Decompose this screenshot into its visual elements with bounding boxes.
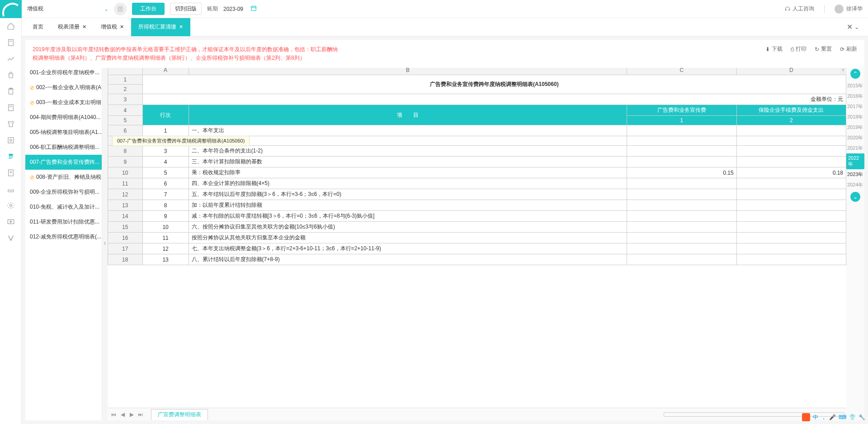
table-cell[interactable]: 八、累计结转以后年度扣除额(7+8-9): [189, 254, 627, 265]
ime-tool-icon[interactable]: 🔧: [859, 414, 865, 420]
nav-gear-icon[interactable]: [0, 197, 22, 214]
print-button[interactable]: ⎙打印: [791, 45, 807, 53]
sheet-nav-last[interactable]: ⏭: [137, 411, 145, 418]
table-cell[interactable]: 七、本年支出纳税调整金额(3＞6，本行=2+3-6+10-11；3≤6，本行=2…: [189, 243, 627, 254]
report-item-1[interactable]: ⊘002-一般企业收入明细表(A...: [25, 80, 102, 95]
tab-2[interactable]: 增值税✕: [94, 18, 131, 36]
year-item[interactable]: 2020年: [846, 133, 864, 143]
nav-chart-icon[interactable]: [0, 51, 22, 67]
user-menu[interactable]: 徐泽华: [835, 5, 863, 14]
table-cell[interactable]: 二、本年符合条件的支出(1-2): [189, 146, 627, 157]
table-cell[interactable]: [627, 125, 736, 136]
table-cell[interactable]: [627, 157, 736, 167]
report-item-8[interactable]: 009-企业所得税弥补亏损明...: [25, 185, 102, 200]
table-cell[interactable]: 五、本年结转以后年度扣除额(3＞6，本行=3-6；3≤6，本行=0): [189, 189, 627, 200]
table-cell[interactable]: [627, 222, 736, 233]
close-all-tabs[interactable]: ✕ ⌄: [841, 23, 864, 31]
ime-skin-icon[interactable]: 👕: [849, 414, 856, 420]
table-cell[interactable]: 3: [142, 146, 189, 157]
table-cell[interactable]: [736, 146, 846, 157]
nav-calc-icon[interactable]: [0, 100, 22, 116]
table-cell[interactable]: [736, 222, 846, 233]
refresh-button[interactable]: ⟳刷新: [840, 45, 857, 53]
nav-inbox-icon[interactable]: [0, 181, 22, 197]
table-cell[interactable]: 乘：税收规定扣除率: [189, 167, 627, 178]
table-cell[interactable]: 12: [142, 243, 189, 254]
table-cell[interactable]: [627, 200, 736, 211]
table-cell[interactable]: 按照分摊协议从其他关联方归集至本企业的金额: [189, 233, 627, 243]
sheet-nav-first[interactable]: ⏮: [109, 411, 118, 418]
sheet-scroll[interactable]: A B C D 1广告费和业务宣传费跨年度纳税调整明细表(A105060) 2 …: [108, 65, 846, 408]
nav-receipt-icon[interactable]: [0, 165, 22, 181]
year-item[interactable]: 2018年: [846, 112, 864, 122]
table-cell[interactable]: [736, 200, 846, 211]
reset-button[interactable]: ↻重置: [815, 45, 832, 53]
circle-button[interactable]: [114, 3, 127, 15]
table-cell[interactable]: [736, 189, 846, 200]
report-item-6[interactable]: 007-广告费和业务宣传费跨...: [25, 155, 102, 170]
close-icon[interactable]: ✕: [179, 24, 183, 30]
col-adfee[interactable]: 广告费和业务宣传费: [627, 105, 736, 116]
table-cell[interactable]: [627, 254, 736, 265]
year-down-button[interactable]: ⌄: [850, 192, 860, 202]
table-cell[interactable]: 10: [142, 222, 189, 233]
tab-3[interactable]: 所得税汇算清缴✕: [131, 18, 190, 36]
report-item-2[interactable]: ⊘003-一般企业成本支出明细...: [25, 95, 102, 110]
year-item[interactable]: 2021年: [846, 143, 864, 153]
table-cell[interactable]: 6: [142, 178, 189, 189]
table-cell[interactable]: [189, 136, 627, 146]
table-cell[interactable]: 0.18: [736, 167, 846, 178]
table-cell[interactable]: [736, 243, 846, 254]
report-item-4[interactable]: 005-纳税调整项目明细表(A1...: [25, 125, 102, 140]
year-up-button[interactable]: ⌃: [850, 69, 860, 79]
table-cell[interactable]: [627, 233, 736, 243]
year-item[interactable]: 2019年: [846, 122, 864, 133]
table-cell[interactable]: 三、本年计算扣除限额的基数: [189, 157, 627, 167]
table-cell[interactable]: 11: [142, 233, 189, 243]
close-icon[interactable]: ✕: [120, 24, 124, 30]
table-cell[interactable]: 减：本年扣除的以前年度结转额[3＞6，本行=0；3≤6，本行=8与(6-3)孰小…: [189, 211, 627, 222]
col-item[interactable]: 项 目: [189, 105, 627, 125]
nav-v-icon[interactable]: [0, 230, 22, 246]
report-item-11[interactable]: 012-减免所得税优惠明细表(...: [25, 229, 102, 244]
table-cell[interactable]: [736, 254, 846, 265]
ime-keyboard-icon[interactable]: ⌨: [839, 414, 846, 420]
close-icon[interactable]: ✕: [82, 24, 86, 30]
sheet-tab[interactable]: 广宣费调整明细表: [151, 409, 208, 420]
table-cell[interactable]: [736, 178, 846, 189]
switch-old-button[interactable]: 切到旧版: [170, 3, 202, 15]
table-cell[interactable]: [736, 157, 846, 167]
logo[interactable]: [0, 0, 22, 18]
table-cell[interactable]: 7: [142, 189, 189, 200]
sheet-nav-next[interactable]: ▶: [127, 411, 136, 418]
tab-1[interactable]: 税表清册✕: [51, 18, 94, 36]
table-cell[interactable]: [627, 243, 736, 254]
ime-logo-icon[interactable]: [802, 413, 810, 421]
sheet-nav-prev[interactable]: ◀: [118, 411, 127, 418]
table-cell[interactable]: 13: [142, 254, 189, 265]
nav-tshirt-icon[interactable]: [0, 116, 22, 132]
col-insfee[interactable]: 保险企业手续费及佣金支出: [736, 105, 846, 116]
table-cell[interactable]: [627, 178, 736, 189]
table-cell[interactable]: [627, 146, 736, 157]
support-link[interactable]: 人工咨询: [784, 5, 814, 13]
table-cell[interactable]: 8: [142, 200, 189, 211]
sheet-title[interactable]: 广告费和业务宣传费跨年度纳税调整明细表(A105060): [142, 75, 846, 94]
table-cell[interactable]: [736, 211, 846, 222]
year-item[interactable]: 2022年: [846, 153, 864, 169]
ime-punct-icon[interactable]: ，: [821, 414, 826, 421]
table-cell[interactable]: [736, 136, 846, 146]
report-item-3[interactable]: 004-期间费用明细表(A1040...: [25, 110, 102, 125]
table-cell[interactable]: [627, 211, 736, 222]
period-value[interactable]: 2023-09: [223, 6, 243, 12]
calendar-icon[interactable]: [250, 5, 257, 13]
report-item-10[interactable]: 011-研发费用加计扣除优惠...: [25, 214, 102, 229]
table-cell[interactable]: [736, 125, 846, 136]
nav-home-icon[interactable]: [0, 18, 22, 34]
nav-safe-icon[interactable]: [0, 132, 22, 148]
table-cell[interactable]: 1: [142, 125, 189, 136]
table-cell[interactable]: 0.15: [627, 167, 736, 178]
table-cell[interactable]: 六、按照分摊协议归集至其他关联方的金额(10≤3与6孰小值): [189, 222, 627, 233]
workbench-button[interactable]: 工作台: [132, 3, 165, 15]
nav-clipboard-icon[interactable]: [0, 83, 22, 100]
